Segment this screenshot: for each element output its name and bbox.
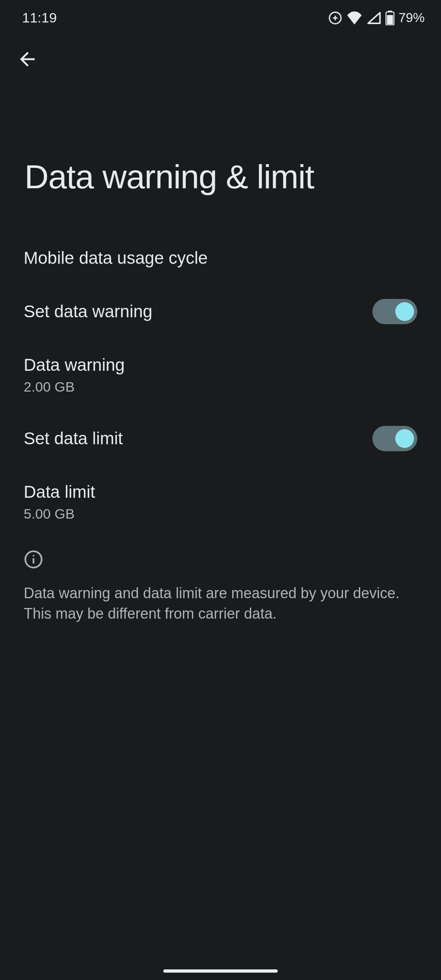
set-data-warning-label: Set data warning	[24, 302, 152, 321]
data-warning-row[interactable]: Data warning 2.00 GB	[0, 340, 441, 410]
svg-rect-5	[387, 15, 393, 24]
toggle-thumb	[395, 429, 414, 448]
status-icons: 79%	[328, 10, 425, 25]
cellular-icon	[367, 11, 381, 24]
data-saver-icon	[328, 11, 342, 25]
data-limit-label: Data limit	[24, 482, 95, 502]
mobile-data-cycle-label: Mobile data usage cycle	[24, 248, 208, 268]
page-title: Data warning & limit	[0, 72, 441, 233]
set-data-limit-row[interactable]: Set data limit	[0, 410, 441, 467]
data-limit-value: 5.00 GB	[24, 506, 95, 522]
back-button[interactable]	[0, 34, 441, 72]
status-bar: 11:19 79%	[0, 0, 441, 34]
status-time: 11:19	[22, 10, 57, 26]
info-icon	[24, 550, 417, 571]
set-data-limit-toggle[interactable]	[372, 426, 417, 451]
toggle-thumb	[395, 302, 414, 321]
navigation-bar-handle[interactable]	[163, 969, 278, 973]
data-warning-value: 2.00 GB	[24, 379, 125, 395]
data-limit-row[interactable]: Data limit 5.00 GB	[0, 467, 441, 537]
mobile-data-cycle-row[interactable]: Mobile data usage cycle	[0, 233, 441, 283]
set-data-warning-row[interactable]: Set data warning	[0, 283, 441, 340]
svg-point-8	[33, 555, 34, 557]
battery-icon	[385, 11, 394, 25]
data-warning-label: Data warning	[24, 355, 125, 375]
info-text: Data warning and data limit are measured…	[24, 583, 417, 624]
battery-percentage: 79%	[399, 10, 425, 25]
info-section: Data warning and data limit are measured…	[0, 537, 441, 637]
arrow-back-icon	[16, 48, 38, 70]
set-data-limit-label: Set data limit	[24, 429, 123, 448]
wifi-icon	[346, 11, 363, 24]
set-data-warning-toggle[interactable]	[372, 299, 417, 324]
